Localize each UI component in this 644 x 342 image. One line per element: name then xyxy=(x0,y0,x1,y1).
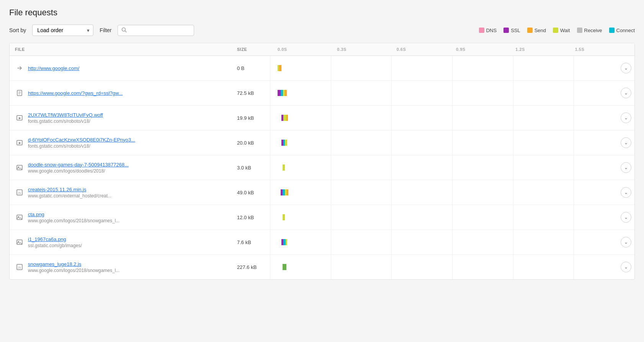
grid-line xyxy=(270,205,331,230)
timeline-grid-6 xyxy=(270,205,634,230)
grid-line xyxy=(452,205,513,230)
file-link-1[interactable]: https://www.google.com/?gws_rd=ssl?gw... xyxy=(28,90,123,96)
filter-input[interactable] xyxy=(118,25,194,36)
grid-line xyxy=(331,106,392,130)
file-link-3[interactable]: d-6lYplOFocCacKzxwXSOD8E0i7KZn-EPnyo3... xyxy=(28,137,135,143)
svg-point-15 xyxy=(18,216,19,217)
timeline-cell-1: ⌄ xyxy=(270,81,634,105)
svg-point-11 xyxy=(18,166,19,168)
file-link-5[interactable]: createjs-2015.11.26.min.js xyxy=(28,187,111,192)
timeline-grid-5 xyxy=(270,180,634,205)
file-link-6[interactable]: cta.png xyxy=(28,212,119,217)
grid-line xyxy=(270,130,331,155)
page-title: File requests xyxy=(9,8,635,18)
file-cell-2: 2UX7WLTfW3W8TclTUvlFyQ.wofffonts.gstatic… xyxy=(10,107,232,129)
timeline-grid-1 xyxy=(270,81,634,105)
file-requests-table: FILE SIZE 0.0s0.3s0.6s0.9s1.2s1.5s http:… xyxy=(9,43,635,280)
table-row: JScreatejs-2015.11.26.min.jswww.gstatic.… xyxy=(10,180,634,205)
legend-color-send xyxy=(527,28,533,33)
file-domain-7: ssl.gstatic.com/gb/images/ xyxy=(28,243,82,248)
timeline-tick-1: 0.3s xyxy=(337,47,396,52)
legend-item-send: Send xyxy=(527,28,546,33)
grid-line xyxy=(391,180,452,205)
file-domain-8: www.google.com/logos/2018/snowgames_l... xyxy=(28,268,119,273)
legend-color-wait xyxy=(553,28,558,33)
file-link-8[interactable]: snowgames_luge18.2.js xyxy=(28,261,119,267)
expand-button-4[interactable]: ⌄ xyxy=(621,162,631,173)
file-type-icon-js: JS xyxy=(15,188,24,197)
grid-line xyxy=(513,255,574,279)
grid-line xyxy=(452,130,513,155)
legend-label-receive: Receive xyxy=(584,28,602,33)
file-cell-5: JScreatejs-2015.11.26.min.jswww.gstatic.… xyxy=(10,182,232,203)
legend-item-receive: Receive xyxy=(577,28,602,33)
grid-line xyxy=(331,130,392,155)
size-cell-8: 227.6 kB xyxy=(232,260,270,275)
size-cell-4: 3.0 kB xyxy=(232,160,270,175)
grid-line xyxy=(331,155,392,180)
grid-line xyxy=(331,230,392,254)
expand-button-1[interactable]: ⌄ xyxy=(621,88,631,98)
expand-button-8[interactable]: ⌄ xyxy=(621,262,631,272)
timeline-grid-2 xyxy=(270,106,634,130)
svg-marker-7 xyxy=(19,117,21,119)
grid-line xyxy=(513,205,574,230)
col-timeline: 0.0s0.3s0.6s0.9s1.2s1.5s xyxy=(270,43,634,55)
grid-line xyxy=(331,205,392,230)
legend-label-connect: Connect xyxy=(616,28,635,33)
bar-segment-0-1 xyxy=(279,65,281,71)
table-row: http://www.google.com/0 B⌄ xyxy=(10,56,634,81)
grid-line xyxy=(452,230,513,254)
bar-segment-2-2 xyxy=(286,115,288,121)
grid-line xyxy=(270,106,331,130)
timeline-cell-3: ⌄ xyxy=(270,130,634,155)
timeline-tick-5: 1.5s xyxy=(575,47,634,52)
file-type-icon-document xyxy=(15,88,24,98)
file-domain-4: www.google.com/logos/doodles/2018/ xyxy=(28,168,129,174)
grid-line xyxy=(513,180,574,205)
file-link-0[interactable]: http://www.google.com/ xyxy=(28,65,79,71)
grid-line xyxy=(452,56,513,80)
col-size: SIZE xyxy=(232,43,270,55)
file-info-6: cta.pngwww.google.com/logos/2018/snowgam… xyxy=(28,212,119,223)
file-info-5: createjs-2015.11.26.min.jswww.gstatic.co… xyxy=(28,187,111,199)
grid-line xyxy=(391,205,452,230)
grid-line xyxy=(452,81,513,105)
sort-select-wrapper: Load order Size Time xyxy=(32,24,93,36)
legend-color-connect xyxy=(609,28,615,33)
timeline-tick-3: 0.9s xyxy=(456,47,515,52)
file-link-7[interactable]: i1_1967ca6a.png xyxy=(28,236,82,242)
legend-item-ssl: SSL xyxy=(503,28,520,33)
expand-button-7[interactable]: ⌄ xyxy=(621,237,631,248)
table-header: FILE SIZE 0.0s0.3s0.6s0.9s1.2s1.5s xyxy=(10,43,634,56)
bar-segment-5-3 xyxy=(287,189,288,195)
file-domain-6: www.google.com/logos/2018/snowgames_l... xyxy=(28,218,119,223)
bar-segment-4-0 xyxy=(283,164,285,171)
grid-line xyxy=(513,106,574,130)
expand-button-2[interactable]: ⌄ xyxy=(621,112,631,123)
expand-button-0[interactable]: ⌄ xyxy=(621,63,631,73)
file-domain-2: fonts.gstatic.com/s/roboto/v18/ xyxy=(28,119,103,124)
bar-segment-2-1 xyxy=(283,115,286,121)
svg-text:JS: JS xyxy=(18,192,21,195)
file-link-4[interactable]: doodle-snow-games-day-7-5009413877268... xyxy=(28,162,129,168)
size-cell-0: 0 B xyxy=(232,61,270,76)
legend-label-send: Send xyxy=(534,28,546,33)
file-cell-3: d-6lYplOFocCacKzxwXSOD8E0i7KZn-EPnyo3...… xyxy=(10,132,232,153)
grid-line xyxy=(391,130,452,155)
toolbar: Sort by Load order Size Time Filter DNSS… xyxy=(9,24,635,36)
file-type-icon-js: JS xyxy=(15,262,24,272)
timeline-tick-0: 0.0s xyxy=(278,47,337,52)
expand-button-3[interactable]: ⌄ xyxy=(621,137,631,148)
expand-button-6[interactable]: ⌄ xyxy=(621,212,631,223)
expand-button-5[interactable]: ⌄ xyxy=(621,187,631,198)
legend-color-ssl xyxy=(503,28,509,33)
grid-line xyxy=(391,230,452,254)
legend-color-receive xyxy=(577,28,582,33)
grid-line xyxy=(270,255,331,279)
file-link-2[interactable]: 2UX7WLTfW3W8TclTUvlFyQ.woff xyxy=(28,112,103,118)
timeline-cell-8: ⌄ xyxy=(270,255,634,279)
sort-select[interactable]: Load order Size Time xyxy=(32,24,93,36)
grid-line xyxy=(452,155,513,180)
filter-input-wrapper xyxy=(118,25,194,36)
